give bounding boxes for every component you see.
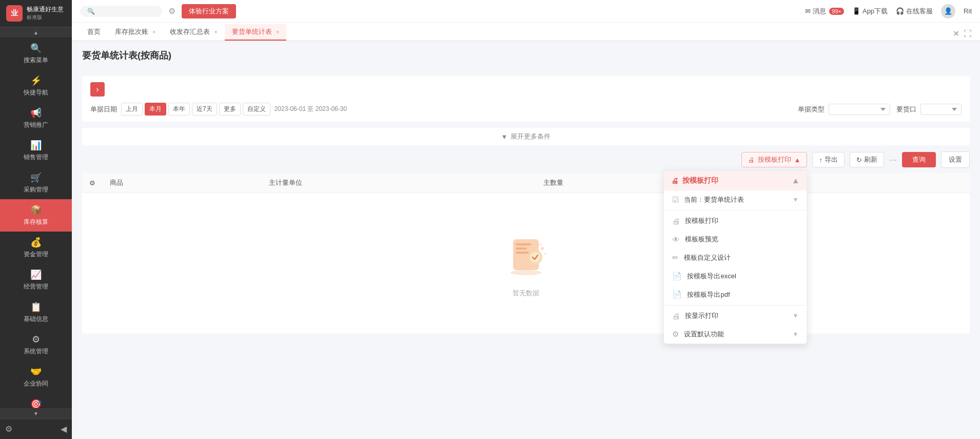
- date-btn-custom[interactable]: 自定义: [243, 103, 270, 116]
- print-dropdown-header-icon: 🖨: [671, 177, 678, 185]
- tab-order-stats-close[interactable]: ×: [276, 29, 279, 35]
- sidebar-item-inventory[interactable]: 📦 库存核算: [0, 199, 72, 232]
- sidebar-item-label: 销售管理: [24, 153, 48, 162]
- template-print-label: 按模板打印: [685, 216, 798, 225]
- divider-2: [664, 305, 807, 306]
- date-btn-this-year[interactable]: 本年: [168, 103, 190, 116]
- sidebar-item-purchase[interactable]: 🛒 采购管理: [0, 167, 72, 199]
- collapse-icon[interactable]: ◀: [61, 424, 67, 434]
- tab-order-stats[interactable]: 要货单统计表 ×: [225, 24, 286, 41]
- message-icon: ✉: [805, 7, 811, 15]
- display-print-arrow: ▼: [793, 312, 799, 319]
- set-default-arrow: ▼: [793, 331, 799, 338]
- window-close-btn[interactable]: ✕: [953, 29, 959, 39]
- filter-date-group: 上月 本月 本年 近7天 更多 自定义: [121, 103, 270, 116]
- filter-toggle-btn[interactable]: ›: [90, 82, 105, 97]
- svg-point-9: [539, 243, 541, 245]
- sidebar-bottom: ⚙ ◀: [0, 418, 72, 439]
- page-title: 要货单统计表(按商品): [82, 49, 171, 62]
- type-select[interactable]: [829, 104, 890, 115]
- svg-point-8: [544, 253, 546, 255]
- svg-rect-3: [516, 247, 527, 250]
- print-dropdown-item-template-excel[interactable]: 📄 按模板导出excel: [664, 267, 807, 285]
- query-button[interactable]: 查询: [902, 152, 936, 167]
- yaohuotype-select[interactable]: [920, 104, 962, 115]
- print-dropdown-item-template-print[interactable]: 🖨 按模板打印: [664, 212, 807, 230]
- print-template-btn[interactable]: 🖨 按模板打印 ▲: [741, 152, 808, 167]
- sidebar-item-guide[interactable]: 🎯 新手引导: [0, 393, 72, 408]
- app-download-btn[interactable]: 📱 App下载: [852, 7, 888, 16]
- settings-icon[interactable]: ⚙: [5, 424, 12, 434]
- date-btn-this-month[interactable]: 本月: [145, 103, 166, 116]
- sidebar-item-quicknav[interactable]: ⚡ 快捷导航: [0, 70, 72, 102]
- more-options-icon[interactable]: ···: [889, 155, 897, 165]
- sidebar-item-sales[interactable]: 📊 销售管理: [0, 135, 72, 167]
- export-btn[interactable]: ↑ 导出: [812, 152, 845, 167]
- print-dropdown-item-template-custom[interactable]: ✏ 模板自定义设计: [664, 249, 807, 267]
- sidebar-item-marketing[interactable]: 📢 营销推广: [0, 102, 72, 135]
- tab-receipts-summary-label: 收发存汇总表: [170, 27, 210, 36]
- date-btn-more[interactable]: 更多: [219, 103, 241, 116]
- guide-icon: 🎯: [30, 398, 42, 408]
- tab-batch-account-close[interactable]: ×: [152, 29, 155, 35]
- sidebar-item-label: 快捷导航: [24, 88, 48, 97]
- sidebar-item-basics[interactable]: 📋 基础信息: [0, 296, 72, 329]
- refresh-btn[interactable]: ↻ 刷新: [850, 152, 884, 167]
- sidebar-logo: 业 畅康通好生意 标准版: [0, 0, 72, 27]
- action-bar: 🖨 按模板打印 ▲ 🖨 按模板打印 ▲ ☑: [82, 151, 970, 168]
- template-print-icon: 🖨: [672, 217, 680, 225]
- table-col-settings[interactable]: ⚙: [82, 173, 103, 193]
- tab-batch-account[interactable]: 库存批次账 ×: [108, 24, 163, 41]
- empty-state: 暂无数据: [89, 198, 963, 329]
- basics-icon: 📋: [30, 301, 42, 313]
- print-dropdown-item-display-print[interactable]: 🖨 按显示打印 ▼: [664, 307, 807, 325]
- sidebar-item-system[interactable]: ⚙ 系统管理: [0, 329, 72, 361]
- messages-btn[interactable]: ✉ 消息 99+: [805, 7, 844, 16]
- sidebar-nav: 🔍 搜索菜单 ⚡ 快捷导航 📢 营销推广 📊 销售管理 🛒 采购管理 📦 库存核…: [0, 37, 72, 408]
- refresh-icon: ↻: [856, 156, 862, 164]
- trial-button[interactable]: 体验行业方案: [182, 4, 236, 18]
- print-dropdown-current[interactable]: ☑ 当前：要货单统计表 ▼: [664, 190, 807, 209]
- filter-date-range: 2023-06-01 至 2023-06-30: [275, 105, 347, 113]
- sidebar-scroll-up[interactable]: ▲: [0, 27, 72, 37]
- tab-window-btns: ✕ ⛶: [953, 29, 972, 41]
- date-btn-last-month[interactable]: 上月: [121, 103, 143, 116]
- tab-receipts-summary[interactable]: 收发存汇总表 ×: [163, 24, 224, 41]
- window-maximize-btn[interactable]: ⛶: [964, 29, 972, 39]
- topbar-gear-icon[interactable]: ⚙: [168, 6, 175, 16]
- print-dropdown-close-btn[interactable]: ▲: [792, 176, 800, 185]
- set-default-label: 设置默认功能: [684, 330, 787, 339]
- sidebar-item-operations[interactable]: 📈 经营管理: [0, 264, 72, 296]
- tab-receipts-summary-close[interactable]: ×: [214, 29, 217, 35]
- tab-home-label: 首页: [87, 27, 101, 36]
- app-logo-icon: 业: [6, 5, 23, 22]
- print-dropdown-item-template-pdf[interactable]: 📄 按模板导出pdf: [664, 285, 807, 304]
- export-icon: ↑: [819, 156, 822, 164]
- chevron-down-icon: ▼: [501, 133, 508, 141]
- empty-icon: [500, 229, 552, 280]
- svg-rect-4: [516, 252, 529, 254]
- expand-more-btn[interactable]: ▼ 展开更多条件: [501, 132, 551, 141]
- print-btn-label: 按模板打印: [758, 155, 791, 164]
- filter-type-col: 单据类型: [798, 104, 890, 115]
- sidebar-item-label: 采购管理: [24, 185, 48, 194]
- sidebar-item-collab[interactable]: 🤝 企业协同: [0, 361, 72, 393]
- search-icon: 🔍: [87, 8, 95, 15]
- filter-bar: › 单据日期 上月 本月 本年 近7天 更多 自定义 2023-06-01 至 …: [82, 76, 970, 122]
- print-dropdown-item-template-preview[interactable]: 👁 模板板预览: [664, 230, 807, 249]
- print-dropdown-item-set-default[interactable]: ⚙ 设置默认功能 ▼: [664, 325, 807, 343]
- tab-home[interactable]: 首页: [80, 24, 108, 41]
- date-btn-7days[interactable]: 近7天: [192, 103, 217, 116]
- print-dropdown-title: 按模板打印: [682, 176, 718, 185]
- print-dropdown-header: 🖨 按模板打印 ▲: [664, 171, 807, 190]
- sidebar-item-finance[interactable]: 💰 资金管理: [0, 232, 72, 264]
- topbar-search[interactable]: 🔍: [80, 6, 162, 17]
- user-avatar[interactable]: 👤: [941, 4, 955, 18]
- app-version: 标准版: [27, 14, 64, 21]
- sidebar-item-search[interactable]: 🔍 搜索菜单: [0, 37, 72, 70]
- settings-button[interactable]: 设置: [941, 151, 970, 168]
- table-col-product: 商品: [103, 173, 262, 193]
- sidebar-scroll-down[interactable]: ▼: [0, 408, 72, 418]
- online-service-btn[interactable]: 🎧 在线客服: [896, 7, 933, 16]
- filter-toggle-icon: ›: [96, 85, 99, 94]
